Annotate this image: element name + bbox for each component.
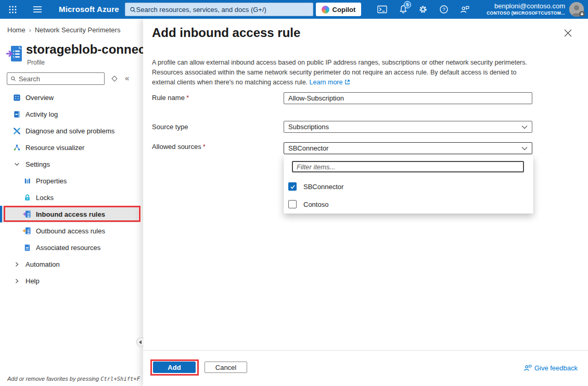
source-type-label: Source type: [152, 123, 188, 131]
sidebar-item-label: Activity log: [25, 110, 58, 118]
rule-name-label: Rule name*: [152, 94, 189, 102]
help-button[interactable]: ?: [439, 4, 449, 15]
rule-name-input[interactable]: [284, 94, 532, 102]
svg-text:?: ?: [442, 6, 445, 12]
breadcrumb-item-home[interactable]: Home: [7, 26, 25, 34]
outbound-rules-icon: [23, 227, 31, 235]
add-inbound-access-rule-panel: Add inbound access rule A profile can al…: [143, 19, 588, 386]
panel-collapse-handle[interactable]: [136, 338, 144, 346]
sidebar-item-resource-visualizer[interactable]: Resource visualizer: [0, 139, 138, 156]
sidebar-item-label: Locks: [36, 194, 54, 202]
allowed-sources-dropdown: SBConnector Contoso: [284, 155, 533, 214]
sidebar-item-label: Properties: [36, 177, 67, 185]
allowed-sources-value: SBConnector: [288, 144, 328, 152]
sidebar-search-input[interactable]: [19, 75, 101, 83]
learn-more-link[interactable]: Learn more: [310, 79, 350, 86]
copilot-label: Copilot: [333, 6, 356, 14]
lock-badge-icon: [579, 11, 585, 17]
collapse-menu-icon[interactable]: «: [125, 73, 129, 82]
panel-description: A profile can allow external inbound acc…: [152, 58, 536, 87]
favorites-hint-shortcut: Ctrl+Shift+F: [100, 376, 140, 382]
diagnose-icon: [12, 127, 21, 135]
sidebar-item-label: Diagnose and solve problems: [25, 127, 114, 135]
cancel-button[interactable]: Cancel: [204, 362, 247, 373]
app-title[interactable]: Microsoft Azure: [59, 5, 119, 14]
page-subtitle: Profile: [27, 59, 45, 66]
sidebar-search[interactable]: [7, 72, 105, 85]
sidebar-item-label: Resource visualizer: [25, 144, 84, 152]
copilot-button[interactable]: Copilot: [316, 3, 361, 16]
filter-field[interactable]: [292, 161, 524, 172]
checkbox-checked[interactable]: [288, 182, 297, 191]
dropdown-option-contoso[interactable]: Contoso: [284, 196, 533, 213]
sidebar-group-settings[interactable]: Settings: [0, 156, 138, 172]
check-icon: [290, 184, 296, 190]
checkbox-unchecked[interactable]: [288, 200, 297, 208]
selected-indicator: [0, 206, 2, 222]
panel-title: Add inbound access rule: [152, 26, 300, 40]
app-launcher-button[interactable]: [7, 4, 18, 15]
cloud-shell-button[interactable]: [377, 4, 387, 15]
external-link-icon: [344, 79, 350, 85]
allowed-sources-select[interactable]: SBConnector: [284, 142, 532, 154]
activity-log-icon: [12, 110, 21, 118]
chevron-right-icon: [12, 260, 21, 268]
hamburger-icon: [33, 6, 42, 13]
sidebar-group-help[interactable]: Help: [0, 272, 138, 289]
page-title: storageblob-connec: [26, 42, 145, 57]
dropdown-option-sbconnector[interactable]: SBConnector: [284, 178, 533, 195]
resource-menu: Overview Activity log Diagnose and solve…: [0, 89, 138, 289]
give-feedback-link[interactable]: Give feedback: [523, 364, 578, 372]
search-icon: [130, 6, 136, 13]
required-asterisk: *: [203, 143, 206, 151]
sidebar-item-locks[interactable]: Locks: [0, 189, 138, 206]
give-feedback-label: Give feedback: [534, 364, 578, 372]
gear-icon: [418, 5, 428, 14]
sidebar-item-inbound-access-rules[interactable]: Inbound access rules: [0, 206, 138, 222]
option-label: Contoso: [303, 201, 328, 208]
add-button[interactable]: Add: [153, 362, 196, 373]
hamburger-menu-button[interactable]: [32, 4, 43, 15]
resource-page: Home›Network Security Perimeters storage…: [0, 19, 143, 386]
sidebar-group-label: Help: [25, 277, 40, 285]
chevron-down-icon: [521, 146, 528, 151]
close-button[interactable]: [564, 29, 572, 38]
global-search-input[interactable]: [136, 6, 309, 14]
allowed-sources-label: Allowed sources*: [152, 143, 206, 151]
sidebar-group-automation[interactable]: Automation: [0, 256, 138, 272]
rule-name-field[interactable]: [284, 92, 532, 104]
footer-divider: [143, 350, 588, 351]
feedback-icon: [460, 5, 469, 14]
global-search[interactable]: [125, 3, 313, 16]
chevron-right-icon: [12, 277, 21, 285]
portal-settings-button[interactable]: [418, 4, 428, 15]
feedback-button[interactable]: [459, 4, 470, 15]
sidebar-item-activity-log[interactable]: Activity log: [0, 106, 138, 122]
top-bar: Microsoft Azure Copilot 5 ?: [0, 0, 588, 19]
chevron-down-icon: [521, 125, 528, 129]
sidebar-item-label: Inbound access rules: [36, 210, 105, 218]
sidebar-item-outbound-access-rules[interactable]: Outbound access rules: [0, 222, 138, 239]
search-icon: [10, 76, 16, 82]
chevron-down-icon: [12, 160, 21, 168]
sidebar-item-overview[interactable]: Overview: [0, 89, 138, 106]
waffle-icon: [9, 6, 17, 14]
associated-resources-icon: [23, 243, 31, 252]
help-icon: ?: [439, 5, 449, 14]
diamond-icon[interactable]: [111, 76, 117, 81]
sidebar-item-diagnose[interactable]: Diagnose and solve problems: [0, 122, 138, 139]
account-email: benploni@contoso.com: [487, 2, 565, 10]
breadcrumb-item-network-security-perimeters[interactable]: Network Security Perimeters: [35, 26, 121, 34]
sidebar-group-label: Settings: [25, 160, 50, 168]
sidebar-item-properties[interactable]: Properties: [0, 172, 138, 189]
sidebar-item-label: Outbound access rules: [36, 227, 105, 235]
filter-items-input[interactable]: [293, 163, 523, 171]
lock-icon: [23, 193, 31, 202]
breadcrumb-separator: ›: [29, 27, 31, 34]
resource-visualizer-icon: [12, 143, 21, 152]
source-type-select[interactable]: Subscriptions: [284, 121, 532, 133]
required-asterisk: *: [186, 94, 189, 102]
account-info[interactable]: benploni@contoso.com CONTOSO (MICROSOFTC…: [487, 2, 565, 16]
sidebar-item-label: Associated resources: [36, 244, 100, 252]
sidebar-item-associated-resources[interactable]: Associated resources: [0, 239, 138, 256]
